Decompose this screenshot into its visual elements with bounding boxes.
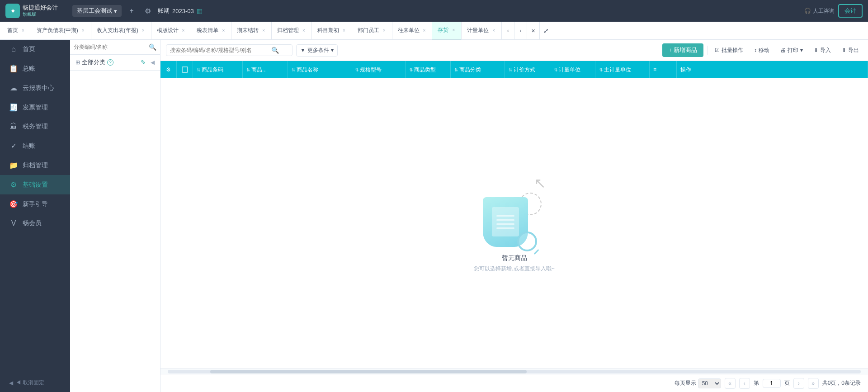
sidebar-item-close-accounts[interactable]: ✓ 结账 [0, 136, 70, 156]
tab-archive[interactable]: 归档管理 × [272, 22, 312, 40]
tab-uom-close[interactable]: × [491, 28, 496, 33]
empty-desc: 您可以选择新增,或者直接导入哦~ [474, 265, 554, 273]
tab-template-close[interactable]: × [181, 28, 186, 33]
tab-inventory[interactable]: 存货 × [432, 22, 462, 40]
tab-subject-close[interactable]: × [342, 28, 346, 33]
add-tab-button[interactable]: + [125, 5, 138, 17]
select-all-checkbox[interactable] [182, 66, 188, 73]
tab-income-close[interactable]: × [141, 28, 146, 33]
category-search-icon[interactable]: 🔍 [149, 43, 156, 51]
tab-vendor-close[interactable]: × [422, 28, 427, 33]
collapse-panel-icon[interactable]: ◀ [151, 59, 155, 66]
import-label: 导入 [820, 47, 831, 54]
move-button[interactable]: ↕ 移动 [750, 45, 773, 56]
tab-dept-close[interactable]: × [382, 28, 387, 33]
page-prev-btn[interactable]: ‹ [739, 378, 750, 389]
tab-inventory-close[interactable]: × [451, 27, 456, 33]
batch-operation-button[interactable]: ☑ 批量操作 [711, 45, 747, 56]
top-bar: ✦ 畅捷通好会计 旗舰版 基层工会测试 ▾ + ⚙ 账期 2023-03 ▦ 🎧… [0, 0, 868, 22]
sidebar-item-archive[interactable]: 📁 归档管理 [0, 156, 70, 175]
sidebar-item-basic-settings[interactable]: ⚙ 基础设置 [0, 175, 70, 194]
tab-tax-list-close[interactable]: × [221, 28, 226, 33]
tab-income[interactable]: 收入支出表(年报) × [91, 22, 151, 40]
th-settings[interactable]: ⚙ [160, 61, 177, 78]
th-price-method[interactable]: ⇅ 计价方式 [505, 61, 550, 78]
tab-home-label: 首页 [7, 27, 18, 34]
page-next-btn[interactable]: › [793, 378, 804, 389]
tab-period-end-label: 期末结转 [237, 27, 259, 34]
sidebar-item-tax[interactable]: 🏛 税务管理 [0, 117, 70, 136]
sidebar-item-member[interactable]: V 畅会员 [0, 214, 70, 233]
page-last-btn[interactable]: » [808, 378, 819, 389]
service-button[interactable]: 🎧 人工咨询 [804, 7, 835, 15]
print-button[interactable]: 🖨 打印 ▾ [777, 45, 807, 56]
sidebar-collapse-btn[interactable]: ◀ ◀ 取消固定 [0, 373, 70, 392]
member-icon: V [9, 219, 18, 227]
th-extra[interactable]: ≡ [650, 61, 677, 78]
tab-dept[interactable]: 部门员工 × [352, 22, 392, 40]
tab-tax-list[interactable]: 税表清单 × [191, 22, 231, 40]
tab-nav-prev[interactable]: ‹ [502, 22, 514, 40]
tab-balance-close[interactable]: × [81, 28, 85, 33]
tab-home-close[interactable]: × [21, 28, 25, 33]
tab-expand[interactable]: ⤢ [540, 22, 552, 40]
th-checkbox[interactable] [177, 61, 193, 78]
tab-nav-next[interactable]: › [514, 22, 527, 40]
account-button[interactable]: 会计 [838, 4, 863, 18]
tab-archive-close[interactable]: × [302, 28, 306, 33]
page-number-input[interactable] [763, 379, 781, 388]
product-search-input[interactable] [170, 47, 269, 53]
per-page-select[interactable]: 50 100 200 [698, 378, 721, 388]
sidebar-collapse-label: ◀ 取消固定 [16, 379, 44, 387]
category-search-input[interactable] [74, 44, 147, 50]
sidebar-item-home[interactable]: ⌂ 首页 [0, 40, 70, 59]
sidebar-item-guide[interactable]: 🎯 新手引导 [0, 194, 70, 214]
th-barcode[interactable]: ⇅ 商品条码 [193, 61, 243, 78]
tab-close-all[interactable]: × [527, 22, 540, 40]
th-extra-label: ≡ [653, 66, 656, 73]
product-search-icon[interactable]: 🔍 [271, 47, 279, 54]
tab-balance-label: 资产负债表(中期) [37, 27, 78, 34]
calendar-icon[interactable]: ▦ [197, 7, 203, 14]
tab-subject[interactable]: 科目期初 × [312, 22, 352, 40]
th-ops: 操作 [677, 61, 868, 78]
add-product-button[interactable]: + 新增商品 [662, 43, 703, 57]
tab-dept-label: 部门员工 [358, 27, 379, 34]
sidebar-item-reports-label: 云报表中心 [23, 84, 54, 92]
th-name[interactable]: ⇅ 商品名称 [288, 61, 351, 78]
th-unit[interactable]: ⇅ 计量单位 [550, 61, 595, 78]
table-header: ⚙ ⇅ 商品条码 ⇅ 商品... [160, 61, 868, 78]
tab-template[interactable]: 模版设计 × [151, 22, 192, 40]
edit-categories-icon[interactable]: ✎ [141, 59, 146, 66]
settings-gear-icon: ⚙ [9, 180, 18, 189]
sidebar-item-close-accounts-label: 结账 [23, 142, 35, 150]
tab-period-end[interactable]: 期末结转 × [231, 22, 272, 40]
tab-vendor[interactable]: 往来单位 × [392, 22, 433, 40]
sidebar-item-invoice[interactable]: 🧾 发票管理 [0, 98, 70, 117]
th-category[interactable]: ⇅ 商品分类 [451, 61, 505, 78]
ledger-icon: 📋 [9, 64, 18, 73]
sidebar-item-reports[interactable]: ☁ 云报表中心 [0, 78, 70, 98]
import-button[interactable]: ⬇ 导入 [810, 45, 835, 56]
th-code[interactable]: ⇅ 商品... [243, 61, 288, 78]
toolbar-row: 🔍 ▼ 更多条件 ▾ + 新增商品 ☑ 批量操作 ↕ 移 [160, 40, 868, 61]
th-spec-sort-icon: ⇅ [355, 67, 359, 72]
tab-uom[interactable]: 计量单位 × [462, 22, 502, 40]
settings-icon[interactable]: ⚙ [142, 5, 154, 17]
th-spec[interactable]: ⇅ 规格型号 [351, 61, 406, 78]
page-first-btn[interactable]: « [725, 378, 736, 389]
tab-home[interactable]: 首页 × [2, 22, 31, 40]
export-button[interactable]: ⬆ 导出 [838, 45, 863, 56]
sidebar-item-ledger-label: 总账 [23, 65, 35, 73]
service-label: 人工咨询 [813, 7, 835, 15]
scroll-bar-area[interactable] [160, 368, 868, 374]
th-main-unit[interactable]: ⇅ 主计量单位 [595, 61, 650, 78]
scroll-bar-thumb[interactable] [210, 370, 527, 373]
company-selector[interactable]: 基层工会测试 ▾ [72, 5, 122, 17]
sidebar-item-ledger[interactable]: 📋 总账 [0, 59, 70, 78]
more-filters-button[interactable]: ▼ 更多条件 ▾ [296, 44, 338, 57]
tab-period-end-close[interactable]: × [261, 28, 266, 33]
more-filters-label: 更多条件 [307, 47, 329, 54]
th-type[interactable]: ⇅ 商品类型 [406, 61, 451, 78]
tab-balance[interactable]: 资产负债表(中期) × [31, 22, 91, 40]
